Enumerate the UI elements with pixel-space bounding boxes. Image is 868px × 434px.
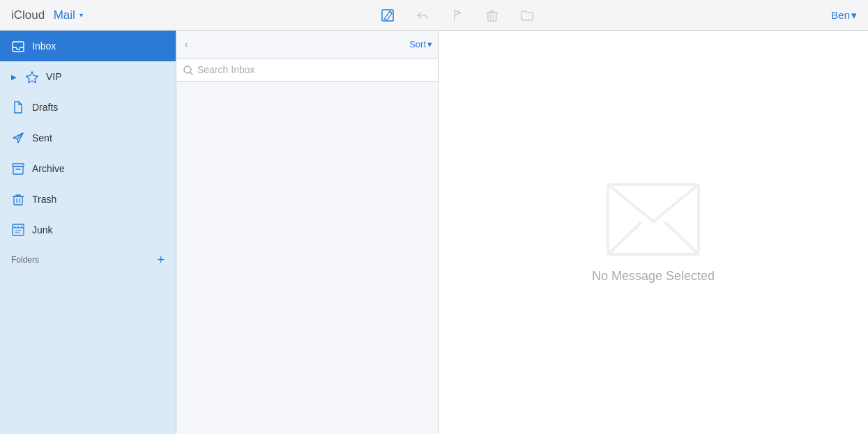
collapse-sidebar-button[interactable]: ‹ (182, 36, 190, 52)
sort-button[interactable]: Sort ▾ (409, 39, 432, 49)
svg-line-28 (608, 223, 641, 254)
message-list-panel: ‹ Sort ▾ (176, 31, 439, 434)
svg-point-23 (184, 66, 191, 73)
vip-expand-arrow: ▶ (11, 73, 17, 81)
flag-button[interactable] (447, 5, 468, 26)
sidebar-item-junk[interactable]: Junk (0, 215, 176, 245)
drafts-label: Drafts (32, 102, 58, 113)
search-input[interactable] (197, 64, 431, 75)
sort-arrow-icon: ▾ (427, 39, 432, 49)
drafts-icon (11, 101, 25, 114)
move-button[interactable] (517, 5, 538, 26)
svg-rect-6 (13, 42, 24, 52)
reply-icon (415, 8, 430, 23)
svg-marker-7 (26, 72, 38, 83)
folder-icon (519, 8, 535, 23)
sidebar: Inbox ▶ VIP Drafts (0, 31, 176, 434)
sidebar-item-sent[interactable]: Sent (0, 123, 176, 153)
toolbar (377, 5, 538, 26)
reply-button[interactable] (412, 5, 433, 26)
sidebar-item-drafts[interactable]: Drafts (0, 92, 176, 123)
archive-label: Archive (32, 163, 65, 174)
flag-icon (450, 8, 465, 23)
svg-line-26 (608, 185, 653, 222)
sent-icon (11, 132, 25, 145)
archive-icon (11, 162, 25, 175)
main-content: Inbox ▶ VIP Drafts (0, 31, 868, 434)
detail-panel: No Message Selected (439, 31, 868, 434)
vip-icon (25, 70, 39, 83)
brand-area: iCloud Mail ▾ (11, 8, 83, 22)
user-name: Ben (831, 9, 850, 21)
sidebar-item-inbox[interactable]: Inbox (0, 31, 176, 61)
trash-sidebar-icon (11, 193, 25, 206)
icloud-brand: iCloud (11, 8, 45, 22)
svg-line-29 (666, 223, 699, 254)
message-list-header: ‹ Sort ▾ (176, 31, 438, 59)
compose-button[interactable] (377, 5, 398, 26)
sent-label: Sent (32, 132, 52, 144)
search-icon (183, 64, 193, 75)
add-folder-button[interactable]: + (157, 254, 165, 266)
folders-label: Folders (11, 255, 39, 265)
no-message-text: No Message Selected (592, 269, 715, 284)
header: iCloud Mail ▾ (0, 0, 868, 31)
junk-label: Junk (32, 224, 53, 235)
svg-rect-10 (13, 166, 23, 174)
sidebar-item-archive[interactable]: Archive (0, 153, 176, 184)
svg-line-24 (190, 72, 192, 75)
vip-label: VIP (46, 71, 62, 82)
svg-line-27 (653, 185, 699, 222)
inbox-label: Inbox (32, 40, 56, 52)
junk-icon (11, 224, 25, 237)
inbox-icon (11, 40, 25, 52)
user-menu[interactable]: Ben ▾ (831, 9, 857, 22)
trash-label: Trash (32, 194, 56, 205)
sort-label: Sort (409, 39, 426, 49)
no-message-envelope-icon (604, 181, 702, 258)
trash-button[interactable] (482, 5, 503, 26)
compose-icon (380, 8, 395, 23)
app-dropdown-arrow[interactable]: ▾ (79, 11, 83, 19)
app-name[interactable]: Mail (54, 8, 75, 22)
sidebar-item-vip[interactable]: ▶ VIP (0, 61, 176, 92)
message-list-body (176, 82, 438, 434)
search-bar (176, 59, 438, 82)
user-dropdown-arrow: ▾ (851, 9, 857, 22)
collapse-icon: ‹ (185, 39, 188, 49)
sidebar-item-trash[interactable]: Trash (0, 184, 176, 215)
svg-rect-12 (14, 196, 22, 205)
folders-section: Folders + (0, 248, 176, 272)
trash-icon (485, 8, 500, 23)
svg-rect-2 (488, 13, 496, 21)
